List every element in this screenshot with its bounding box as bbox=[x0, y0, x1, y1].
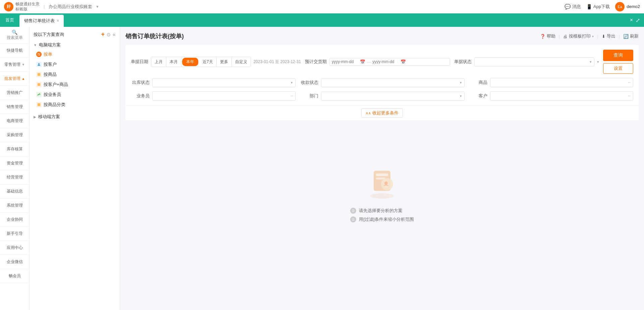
sidebar-item-inventory[interactable]: 库存核算 bbox=[0, 142, 29, 156]
filter-row-1: 单据日期 上月 本月 本年 近7天 更多 自定义 2023-01-01 至 20… bbox=[131, 50, 633, 74]
sidebar-item-wechat[interactable]: 企业微信 bbox=[0, 255, 29, 269]
payment-status-select[interactable] bbox=[321, 78, 464, 87]
sidebar-item-sales[interactable]: 销售管理 bbox=[0, 100, 29, 114]
filter-row-3: 业务员 ··· 部门 ▾ bbox=[131, 91, 633, 105]
empty-illustration bbox=[362, 161, 402, 201]
tab-close-icon[interactable]: × bbox=[57, 18, 59, 23]
scheme-icon-goods bbox=[36, 72, 42, 77]
scheme-item-by-customer[interactable]: 按客户 bbox=[30, 59, 120, 69]
salesperson-input-wrapper[interactable]: ··· bbox=[152, 91, 296, 101]
goods-input[interactable] bbox=[493, 80, 628, 85]
goods-label: 商品 bbox=[469, 80, 487, 86]
sidebar-item-guide[interactable]: 新手引导 bbox=[0, 227, 29, 241]
desktop-group-label: 电脑端方案 bbox=[39, 42, 61, 48]
last-month-btn[interactable]: 上月 bbox=[151, 57, 166, 67]
sidebar-item-wholesale[interactable]: 批发管理 ▲ bbox=[0, 72, 29, 86]
tab-home[interactable]: 首页 bbox=[0, 13, 19, 27]
scheme-item-by-order[interactable]: 按 按单 bbox=[30, 49, 120, 59]
search-btn[interactable]: 查询 bbox=[603, 50, 633, 61]
salesperson-more-icon[interactable]: ··· bbox=[290, 93, 292, 99]
svg-rect-2 bbox=[38, 83, 40, 86]
more-btn[interactable]: 更多 bbox=[217, 57, 232, 67]
sidebar-item-system[interactable]: 系统管理 bbox=[0, 199, 29, 213]
window-max-btn[interactable]: ⤢ bbox=[636, 17, 640, 23]
sidebar-item-retail[interactable]: 零售管理 ▼ bbox=[0, 58, 29, 72]
scheme-item-by-goods[interactable]: 按商品 bbox=[30, 69, 120, 80]
collapse-chevron-icon: ∧∧ bbox=[366, 111, 371, 115]
refresh-btn[interactable]: 🔄 刷新 bbox=[623, 33, 639, 39]
user-area[interactable]: Ea demo2 bbox=[615, 2, 640, 11]
out-status-select[interactable] bbox=[152, 78, 296, 87]
page-title: 销售订单统计表(按单) bbox=[125, 32, 184, 40]
custom-btn[interactable]: 自定义 bbox=[232, 57, 251, 67]
page-actions: ❓ 帮助 | 🖨 按模板打印 ▾ | ⬇ 导出 | bbox=[540, 33, 639, 39]
expected-date-end[interactable] bbox=[372, 59, 399, 64]
top-title: 办公用品行业模拟账套 bbox=[49, 4, 92, 10]
customer-input-wrapper[interactable]: ··· bbox=[490, 91, 633, 101]
settings-btn[interactable]: 设置 bbox=[603, 63, 633, 74]
sidebar-item-management[interactable]: 经营管理 bbox=[0, 170, 29, 185]
logo-icon: 好 bbox=[4, 2, 13, 11]
tabbar-actions: × ⤢ bbox=[630, 17, 640, 23]
sidebar-item-app[interactable]: 应用中心 bbox=[0, 241, 29, 255]
sidebar-quick-nav[interactable]: 快捷导航 bbox=[0, 44, 29, 58]
main-layout: 🔍 搜索菜单 快捷导航 零售管理 ▼ 批发管理 ▲ 营销推广 销售管理 电商管理… bbox=[0, 27, 644, 310]
message-icon: 💬 bbox=[565, 4, 571, 10]
add-scheme-btn[interactable]: + bbox=[101, 31, 105, 38]
sidebar-item-collab[interactable]: 企业协同 bbox=[0, 213, 29, 227]
last-7days-btn[interactable]: 近7天 bbox=[199, 57, 217, 67]
left-panel: 按以下方案查询 + ⊙ « ▼ 电脑端方案 按 按单 按客户 bbox=[30, 27, 120, 310]
user-name: demo2 bbox=[627, 4, 640, 9]
mobile-scheme-group[interactable]: ▶ 移动端方案 bbox=[30, 112, 120, 121]
sidebar-item-finance[interactable]: 资金管理 bbox=[0, 156, 29, 170]
scheme-item-by-salesperson[interactable]: 按业务员 bbox=[30, 90, 120, 100]
single-status-label: 单据状态 bbox=[454, 59, 472, 65]
salesperson-input[interactable] bbox=[155, 94, 290, 99]
top-dropdown-icon[interactable]: ▾ bbox=[96, 4, 99, 9]
help-icon: ❓ bbox=[540, 34, 545, 39]
print-btn[interactable]: 🖨 按模板打印 ▾ bbox=[563, 33, 594, 39]
export-btn[interactable]: ⬇ 导出 bbox=[602, 33, 615, 39]
customer-input[interactable] bbox=[493, 94, 628, 99]
filter-area: 单据日期 上月 本月 本年 近7天 更多 自定义 2023-01-01 至 20… bbox=[125, 45, 639, 120]
desktop-scheme-group[interactable]: ▼ 电脑端方案 bbox=[30, 41, 120, 49]
sidebar-item-marketing[interactable]: 营销推广 bbox=[0, 86, 29, 100]
collapse-panel-btn[interactable]: « bbox=[113, 32, 116, 38]
svg-point-0 bbox=[38, 63, 40, 64]
scheme-item-by-category[interactable]: 按商品分类 bbox=[30, 100, 120, 110]
topbar-right: 💬 消息 📱 App下载 Ea demo2 bbox=[565, 2, 640, 11]
tab-sales-order[interactable]: 销售订单统计表 × bbox=[19, 15, 64, 27]
group-arrow: ▼ bbox=[34, 43, 37, 47]
expand-icon: ▼ bbox=[22, 63, 25, 66]
this-year-btn[interactable]: 本年 bbox=[182, 58, 199, 66]
window-close-btn[interactable]: × bbox=[630, 17, 633, 23]
sidebar-item-ecommerce[interactable]: 电商管理 bbox=[0, 114, 29, 128]
salesperson-group: 业务员 ··· bbox=[131, 91, 296, 101]
messages-btn[interactable]: 💬 消息 bbox=[565, 4, 581, 10]
sidebar-item-member[interactable]: 畅会员 bbox=[0, 269, 29, 283]
left-panel-header: 按以下方案查询 + ⊙ « bbox=[30, 31, 120, 41]
help-btn[interactable]: ❓ 帮助 bbox=[540, 33, 555, 39]
sidebar-search[interactable]: 🔍 搜索菜单 bbox=[0, 27, 29, 44]
avatar: Ea bbox=[615, 2, 625, 11]
goods-more-icon[interactable]: ··· bbox=[628, 80, 630, 86]
svg-point-9 bbox=[384, 182, 388, 185]
dept-select[interactable] bbox=[321, 92, 464, 101]
out-status-wrapper: ▾ bbox=[152, 78, 296, 87]
scheme-item-by-customer-goods[interactable]: 按客户+商品 bbox=[30, 80, 120, 90]
scheme-icon-salesperson bbox=[36, 92, 42, 97]
goods-input-wrapper[interactable]: ··· bbox=[490, 78, 633, 87]
collapse-btn[interactable]: ∧∧ 收起更多条件 bbox=[361, 108, 403, 118]
sidebar-item-purchase[interactable]: 采购管理 bbox=[0, 128, 29, 142]
payment-status-group: 收款状态 ▾ bbox=[300, 78, 464, 87]
sidebar-item-basic[interactable]: 基础信息 bbox=[0, 185, 29, 199]
expected-date-range[interactable]: 📅 — 📅 bbox=[329, 58, 450, 66]
app-download-btn[interactable]: 📱 App下载 bbox=[586, 4, 610, 10]
edit-scheme-btn[interactable]: ⊙ bbox=[107, 32, 111, 37]
expected-date-group: 预计交货期 📅 — 📅 bbox=[305, 58, 450, 66]
customer-more-icon[interactable]: ··· bbox=[628, 93, 630, 99]
this-month-btn[interactable]: 本月 bbox=[166, 57, 181, 67]
single-status-select[interactable] bbox=[474, 57, 594, 66]
tab-label: 销售订单统计表 bbox=[24, 18, 55, 24]
expected-date-start[interactable] bbox=[332, 59, 359, 64]
